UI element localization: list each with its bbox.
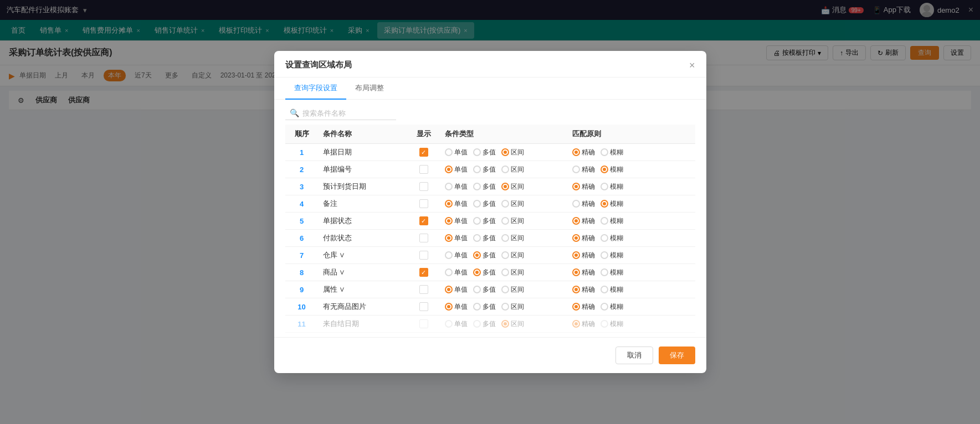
dialog-close-button[interactable]: ×: [689, 60, 695, 70]
dialog-tab-layout-label: 布局调整: [355, 84, 384, 92]
dialog-title: 设置查询区域布局: [285, 60, 352, 70]
dialog-tab-query-label: 查询字段设置: [294, 84, 337, 92]
search-input-wrap: 🔍: [285, 106, 396, 115]
dialog-header: 设置查询区域布局 ×: [274, 51, 706, 77]
dialog-tabs: 查询字段设置 布局调整: [274, 77, 706, 100]
dialog: 设置查询区域布局 × 查询字段设置 布局调整 🔍 顺序 条件名称 显示: [274, 51, 706, 115]
dialog-tab-query[interactable]: 查询字段设置: [285, 77, 346, 100]
search-area: 🔍: [274, 100, 706, 115]
overlay: 设置查询区域布局 × 查询字段设置 布局调整 🔍 顺序 条件名称 显示: [0, 0, 980, 115]
search-icon: 🔍: [290, 108, 299, 115]
dialog-tab-layout[interactable]: 布局调整: [346, 77, 393, 100]
search-input[interactable]: [302, 109, 391, 115]
